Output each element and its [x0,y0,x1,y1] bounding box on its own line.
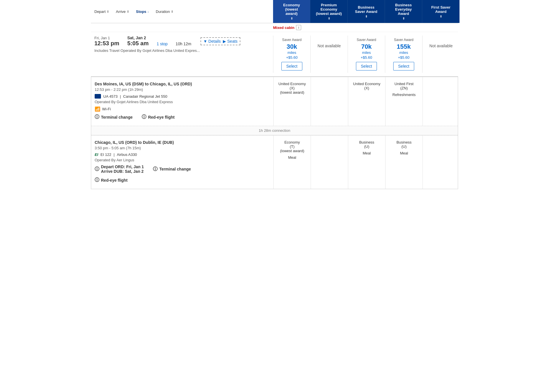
economy-miles: 30k [287,43,297,50]
segment-1-first-saver-cabin [423,77,460,126]
segment-2-business-everyday-cabin: Business (U) Meal [385,136,423,189]
seats-link[interactable]: ▶ Seats [223,39,237,44]
business-saver-miles: 70k [361,43,372,50]
connection-row: 1h 28m connection [91,126,458,135]
segment-2-route: Chicago, IL, US (ORD) to Dublin, IE (DUB… [95,140,270,145]
sort-arrive[interactable]: Arrive ⇕ [116,9,129,14]
segment-2-premium-cabin [311,136,348,189]
segment-2-operated: Operated By Aer Lingus [95,158,270,162]
segment-2-aircraft: Airbus A330 [117,152,137,157]
segment-2-warning-redeye: ⓘ Red-eye flight [95,177,270,183]
warning-icon-terminal: ⓘ [153,166,157,172]
premium-sort-icon: ⇕ [328,17,330,20]
segment-1-time: 12:53 pm - 2:22 pm (1h 29m) [95,87,270,92]
segment-1-operated: Operated By Gojet Airlines Dba United Ex… [95,100,270,104]
first-saver-header-text: First SaverAward [431,5,450,14]
segment-2-flight: EI EI 122 | Airbus A330 [95,152,270,157]
business-everyday-miles: 155k [397,43,411,50]
economy-sort-icon: ⇕ [291,17,293,20]
col-header-premium[interactable]: PremiumEconomy(lowest award) ⇕ [310,0,348,23]
duration-sort-arrow: ⇕ [171,10,173,13]
premium-header-text: PremiumEconomy(lowest award) [316,3,342,16]
segment-1-flight: UA 4573 | Canadair Regional Jet 550 [95,94,270,99]
sort-depart[interactable]: Depart ⇕ [94,9,109,14]
details-section: Des Moines, IA, US (DSM) to Chicago, IL,… [91,77,458,189]
warning-icon-depart: ⓘ [95,166,99,172]
business-everyday-select-button[interactable]: Select [393,62,414,70]
business-everyday-miles-unit: miles [399,50,408,55]
flight-result-row: Fri, Jan 1 12:53 pm Sat, Jan 2 5:05 am 1… [91,32,458,77]
depart-sort-arrow: ⇕ [107,10,109,13]
segment-1-route: Des Moines, IA, US (DSM) to Chicago, IL,… [95,82,270,86]
depart-info: Fri, Jan 1 12:53 pm [94,36,119,47]
business-saver-select-button[interactable]: Select [356,62,377,70]
warning-icon-2: ⓘ [142,114,146,120]
business-saver-tax: +$5.60 [361,55,372,60]
segment-2-economy-cabin: Economy (T) (lowest award) Meal [273,136,311,189]
arrive-date: Sat, Jan 2 [127,36,149,40]
first-saver-not-available: Not available [429,38,453,48]
arrive-sort-arrow: ⇕ [127,10,129,13]
segment-2-warnings: ⓘ Depart ORD: Fri, Jan 1Arrive DUB: Sat,… [95,164,270,175]
segment-1-flight-number: UA 4573 [103,94,118,99]
economy-header-text: Economy(lowestaward) [283,3,300,16]
stops-sort-arrow: ↓ [147,10,149,13]
price-col-business-saver: Saver Award 70k miles +$5.60 Select [348,36,385,73]
col-header-first-saver[interactable]: First SaverAward ⇕ [422,0,460,23]
business-saver-sort-icon: ⇕ [365,15,367,18]
wifi-icon: 📶 [95,106,100,112]
segment-2-business-saver-cabin: Business (U) Meal [348,136,385,189]
segment-1-info: Des Moines, IA, US (DSM) to Chicago, IL,… [91,77,273,126]
sort-duration[interactable]: Duration ⇕ [156,9,173,14]
details-link[interactable]: ▼ Details [203,39,221,44]
premium-not-available: Not available [318,38,341,48]
duration-value: 10h 12m [176,42,191,46]
stops-link[interactable]: 1 stop [157,42,168,46]
business-everyday-header-text: BusinessEverydayAward [395,3,412,16]
flight-main-info: Fri, Jan 1 12:53 pm Sat, Jan 2 5:05 am 1… [91,36,273,73]
warning-icon-1: ⓘ [95,114,99,120]
economy-award-label: Saver Award [282,38,302,42]
sort-stops[interactable]: Stops ↓ [136,9,149,14]
business-everyday-sort-icon: ⇕ [402,17,405,20]
depart-date: Fri, Jan 1 [94,36,119,40]
mixed-cabin-info-icon[interactable]: i [296,25,301,30]
segment-2-warning-terminal: ⓘ Terminal change [153,164,191,174]
segment-2-time: 3:50 pm - 5:05 am (7h 15m) [95,146,270,150]
segment-1-warnings: ⓘ Terminal change ⓘ Red-eye flight [95,114,270,121]
col-header-economy[interactable]: Economy(lowestaward) ⇕ [273,0,310,23]
united-logo [95,94,101,99]
economy-select-button[interactable]: Select [281,62,302,70]
col-header-business-everyday[interactable]: BusinessEverydayAward ⇕ [385,0,422,23]
depart-time: 12:53 pm [94,40,119,47]
segment-1-aircraft: Canadair Regional Jet 550 [123,94,167,99]
mixed-cabin-label: Mixed cabin [273,26,294,30]
economy-tax: +$5.60 [286,55,297,60]
header-row: Depart ⇕ Arrive ⇕ Stops ↓ Duration ⇕ Eco… [91,0,458,23]
segment-1-warning-2: ⓘ Red-eye flight [142,114,175,120]
business-everyday-award-label: Saver Award [394,38,414,42]
business-saver-header-text: BusinessSaver Award [355,5,377,14]
segment-2-flight-number: EI 122 [100,152,111,157]
subheader-row: Mixed cabin i [91,23,458,32]
col-header-business-saver[interactable]: BusinessSaver Award ⇕ [348,0,385,23]
connection-label: 1h 28m connection [259,128,290,133]
depart-label: Depart [94,9,106,14]
duration-info: 10h 12m [176,36,191,46]
stops-label: Stops [136,9,146,14]
duration-label: Duration [156,9,170,14]
operated-by: Includes Travel Operated By Gojet Airlin… [94,48,270,53]
segment-2-first-saver-cabin [423,136,460,189]
price-col-first-saver: Not available [422,36,460,73]
business-everyday-tax: +$5.60 [398,55,409,60]
segment-1-warning-1: ⓘ Terminal change [95,114,133,120]
first-saver-sort-icon: ⇕ [440,15,442,18]
economy-miles-unit: miles [287,50,296,55]
price-col-premium: Not available [310,36,348,73]
arrive-info: Sat, Jan 2 5:05 am [127,36,149,47]
segment-1-business-everyday-cabin: United First (ZN) Refreshments [385,77,423,126]
price-col-economy: Saver Award 30k miles +$5.60 Select [273,36,310,73]
segment-1-premium-cabin [311,77,348,126]
segment-1-business-saver-cabin: United Economy (X) [348,77,385,126]
segment-1-economy-cabin: United Economy (X) (lowest award) [273,77,311,126]
